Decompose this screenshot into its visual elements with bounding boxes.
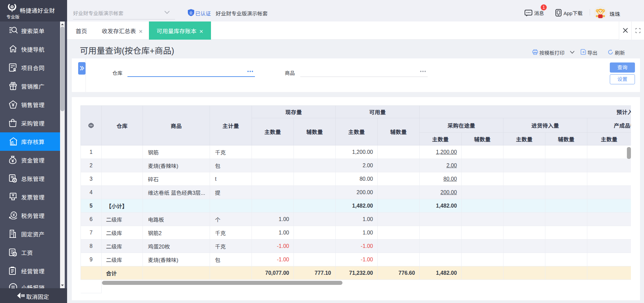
svg-text:企: 企 — [190, 10, 193, 15]
